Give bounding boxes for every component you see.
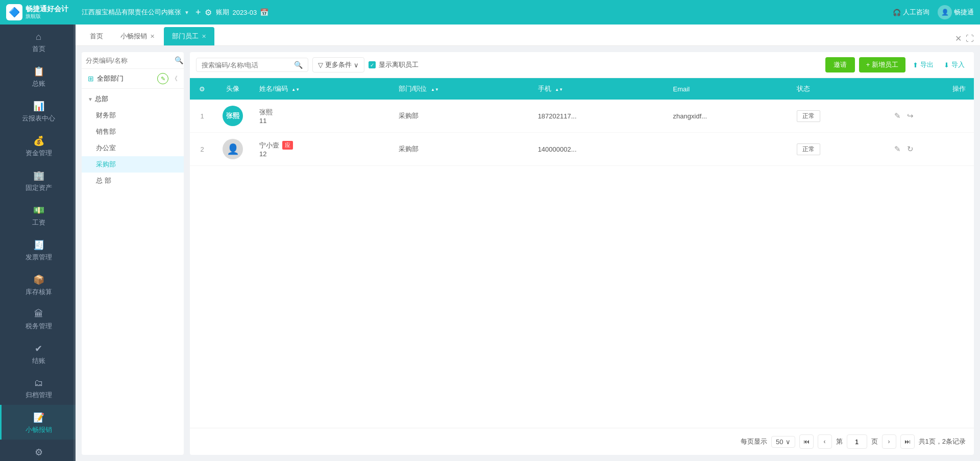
sidebar-icon-home: ⌂ [36, 32, 41, 42]
tab-expense[interactable]: 小畅报销✕ [112, 27, 163, 45]
col-settings[interactable]: ⚙ [190, 78, 214, 100]
sidebar-label-expense: 小畅报销 [26, 425, 52, 434]
period-display: 账期 2023-03 📅 [216, 8, 268, 17]
sidebar-icon-ledger: 📋 [33, 66, 44, 77]
refresh-action-button[interactable]: ↻ [907, 144, 914, 154]
col-dept-pos[interactable]: 部门/职位 ▲▼ [390, 78, 530, 100]
status-badge: 正常 [797, 110, 820, 122]
sidebar-icon-settings: ⚙ [35, 447, 43, 458]
import-button[interactable]: ⬇ 导入 [941, 58, 968, 72]
last-page-button[interactable]: ⏭ [900, 434, 915, 449]
user-area[interactable]: 👤 畅捷通 [938, 5, 974, 19]
dept-search: 🔍 [82, 52, 184, 69]
company-selector[interactable]: 江西服宝精品有限责任公司内账张 ▼ [82, 8, 189, 17]
sidebar-item-invoice[interactable]: 🧾 发票管理 [0, 232, 76, 267]
export-icon: ⬆ [913, 61, 918, 69]
logout-action-button[interactable]: ↪ [907, 111, 914, 120]
sidebar-icon-inventory: 📦 [33, 274, 44, 285]
add-company-button[interactable]: + [195, 7, 201, 18]
sidebar-item-checkout[interactable]: ✔ 结账 [0, 336, 76, 371]
company-name: 江西服宝精品有限责任公司内账张 [82, 8, 181, 17]
calendar-icon[interactable]: 📅 [260, 8, 268, 16]
import-icon: ⬇ [944, 61, 949, 69]
first-page-button[interactable]: ⏮ [799, 434, 814, 449]
headset-icon: 🎧 [893, 9, 901, 16]
row-number: 2 [190, 133, 214, 166]
sidebar-scrollbar [74, 25, 76, 461]
page-number-input[interactable] [847, 434, 867, 449]
export-button[interactable]: ⬆ 导出 [910, 58, 937, 72]
dept-search-icon[interactable]: 🔍 [175, 56, 183, 64]
sidebar-label-assets: 固定资产 [26, 183, 52, 192]
tab-close-expense[interactable]: ✕ [150, 33, 155, 40]
next-page-button[interactable]: › [882, 434, 896, 449]
show-departed-toggle[interactable]: ✓ 显示离职员工 [369, 60, 419, 69]
sidebar-label-checkout: 结账 [32, 356, 45, 366]
dept-item-zong[interactable]: 总 部 [82, 173, 184, 189]
sidebar-icon-expense: 📝 [33, 412, 44, 423]
dept-item-bangong[interactable]: 办公室 [82, 140, 184, 156]
prev-page-button[interactable]: ‹ [818, 434, 832, 449]
sidebar-item-archive[interactable]: 🗂 归档管理 [0, 371, 76, 405]
filter-button[interactable]: ▽ 更多条件 ∨ [312, 57, 364, 72]
sidebar-item-tax[interactable]: 🏛 税务管理 [0, 302, 76, 336]
row-phone: 140000002... [530, 133, 665, 166]
show-departed-checkbox[interactable]: ✓ [369, 61, 376, 68]
avatar: 👤 [938, 5, 952, 19]
tabs-bar: 首页小畅报销✕部门员工✕ ✕ ⛶ [76, 25, 980, 46]
sort-arrows-dept: ▲▼ [431, 88, 439, 92]
col-actions: 操作 [886, 78, 974, 100]
sidebar-item-ledger[interactable]: 📋 总账 [0, 59, 76, 93]
sidebar-icon-tax: 🏛 [34, 309, 43, 320]
row-dept-pos: 采购部 [390, 100, 530, 133]
per-page-label: 每页显示 [741, 437, 767, 446]
close-tab-button[interactable]: ✕ [955, 34, 962, 43]
edit-action-button[interactable]: ✎ [894, 111, 901, 120]
sort-arrows-phone: ▲▼ [555, 88, 563, 92]
row-phone: 187202117... [530, 100, 665, 133]
pagination: 每页显示 50 ∨ ⏮ ‹ 第 页 › ⏭ 共1页，2条记录 [190, 428, 974, 455]
col-name-code[interactable]: 姓名/编码 ▲▼ [251, 78, 390, 100]
sidebar-item-expense[interactable]: 📝 小畅报销 [0, 405, 76, 440]
dept-search-input[interactable] [86, 57, 172, 64]
edit-action-button[interactable]: ✎ [894, 144, 901, 154]
dept-item-zongbu[interactable]: ▼总部 [82, 91, 184, 107]
dept-item-caigou[interactable]: 采购部 [82, 156, 184, 173]
tab-label-dept-employee: 部门员工 [172, 32, 199, 41]
sidebar-label-archive: 归档管理 [26, 391, 52, 400]
row-actions: ✎↻ [886, 133, 974, 166]
tab-close-dept-employee[interactable]: ✕ [202, 33, 206, 40]
col-email: Email [665, 78, 789, 100]
dept-edit-button[interactable]: ✎ [157, 73, 168, 84]
logo-icon: 🔷 [6, 4, 22, 20]
row-status: 正常 [789, 100, 887, 133]
employee-search-icon[interactable]: 🔍 [294, 61, 303, 69]
sidebar-item-settings[interactable]: ⚙ 基础设置 [0, 440, 76, 461]
sidebar-item-inventory[interactable]: 📦 库存核算 [0, 267, 76, 302]
avatar-circle: 张熙 [223, 106, 243, 126]
sidebar-item-salary[interactable]: 💵 工资 [0, 198, 76, 232]
settings-icon[interactable]: ⚙ [205, 8, 212, 17]
tab-home[interactable]: 首页 [82, 27, 111, 45]
expand-tab-button[interactable]: ⛶ [966, 34, 974, 43]
customer-service-button[interactable]: 🎧 人工咨询 [893, 8, 929, 17]
sidebar-label-reports: 云报表中心 [22, 114, 55, 123]
invite-button[interactable]: 邀请 [825, 57, 855, 72]
sidebar-item-funds[interactable]: 💰 资金管理 [0, 128, 76, 163]
sidebar-label-funds: 资金管理 [26, 149, 52, 158]
add-employee-button[interactable]: + 新增员工 [859, 57, 905, 72]
sidebar-label-ledger: 总账 [32, 79, 45, 88]
sidebar-icon-assets: 🏢 [33, 170, 44, 181]
status-badge: 正常 [797, 143, 820, 155]
per-page-select[interactable]: 50 ∨ [771, 436, 795, 448]
logo-area: 🔷 畅捷通好会计 旗舰版 [6, 4, 82, 20]
sidebar-item-reports[interactable]: 📊 云报表中心 [0, 93, 76, 128]
sidebar-item-assets[interactable]: 🏢 固定资产 [0, 163, 76, 198]
sidebar-item-home[interactable]: ⌂ 首页 [0, 25, 76, 59]
dept-collapse-button[interactable]: 《 [172, 75, 178, 83]
dept-item-caiwu[interactable]: 财务部 [82, 107, 184, 124]
employee-search-input[interactable] [202, 61, 291, 69]
tab-dept-employee[interactable]: 部门员工✕ [164, 27, 214, 45]
dept-item-xiaoshou[interactable]: 销售部 [82, 124, 184, 140]
col-phone[interactable]: 手机 ▲▼ [530, 78, 665, 100]
